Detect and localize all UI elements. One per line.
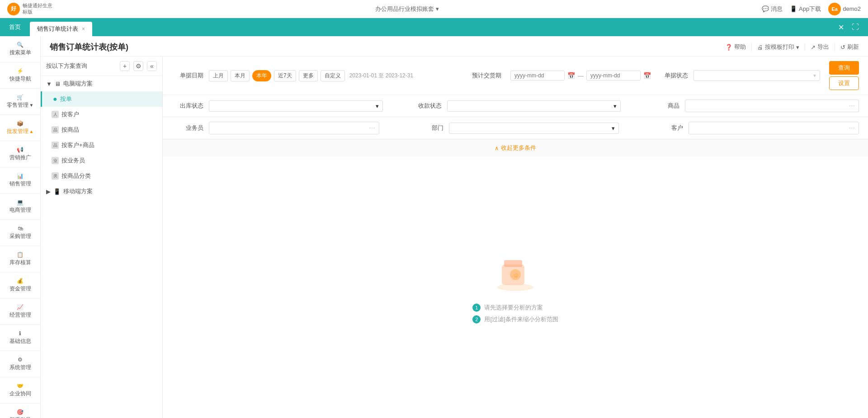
dept-select[interactable]: ▾	[449, 123, 619, 134]
date-buttons-group: 上月 本月 本年 近7天 更多 自定义 2023-01-01 至 2023-12…	[209, 70, 460, 81]
scheme-item-by-customer-goods[interactable]: 品 按客户+商品	[41, 138, 162, 153]
scheme-item-by-category[interactable]: 类 按商品分类	[41, 168, 162, 184]
finance-icon: 💰	[17, 278, 24, 284]
expected-date-start[interactable]	[510, 71, 565, 81]
collapse-bar[interactable]: ∧ 收起更多条件	[163, 139, 868, 157]
sidebar-item-system[interactable]: ⚙ 系统管理	[0, 351, 40, 377]
tab-active[interactable]: 销售订单统计表 ×	[30, 22, 92, 36]
sidebar-item-marketing[interactable]: 📢 营销推广	[0, 141, 40, 167]
calendar-end-icon[interactable]: 📅	[643, 72, 651, 79]
sidebar-item-wholesale[interactable]: 📦 批发管理 ▲	[0, 115, 40, 141]
salesperson-scheme-icon: 业	[52, 157, 59, 164]
scheme-item-by-salesperson[interactable]: 业 按业务员	[41, 153, 162, 168]
wholesale-arrow-icon: ▲	[29, 129, 34, 134]
hint-num-2: 2	[472, 315, 481, 323]
export-btn[interactable]: ↗ 导出	[811, 43, 829, 51]
scheme-panel: 按以下方案查询 + ⚙ « ▼ 🖥 电脑端方案 ● 按单	[41, 57, 163, 418]
pc-scheme-section: ▼ 🖥 电脑端方案 ● 按单 人 按客户 品 按商品	[41, 76, 162, 184]
sidebar-item-quicknav[interactable]: ⚡ 快捷导航	[0, 62, 40, 89]
sidebar-item-purchase[interactable]: 🛍 采购管理	[0, 220, 40, 246]
sidebar-item-guide[interactable]: 🎯 新手引导	[0, 404, 40, 418]
sidebar-item-operations[interactable]: 📈 经营管理	[0, 299, 40, 325]
sidebar-item-ecommerce[interactable]: 💻 电商管理	[0, 194, 40, 220]
app-download-btn[interactable]: 📱 App下载	[790, 5, 821, 13]
customer-input[interactable]: ···	[689, 122, 859, 134]
message-icon: 💬	[762, 5, 769, 12]
mobile-arrow-icon: ▶	[46, 188, 51, 195]
sidebar-item-collaboration[interactable]: 🤝 企业协同	[0, 377, 40, 404]
page-actions: ❓ 帮助 🖨 按模板打印 ▾ ↗ 导出 ↺ 刷新	[725, 43, 859, 51]
date-btn-more[interactable]: 更多	[299, 70, 318, 81]
order-status-select[interactable]: ▾	[693, 70, 820, 81]
date-btn-this-year[interactable]: 本年	[252, 70, 271, 81]
search-btn[interactable]: 查询	[829, 61, 859, 75]
delivery-status-select[interactable]: ▾	[209, 100, 383, 112]
date-separator: —	[578, 72, 584, 79]
tab-close-icon[interactable]: ×	[82, 26, 85, 32]
tabbar: 首页 销售订单统计表 × ✕ ⛶	[0, 18, 868, 36]
guide-icon: 🎯	[17, 409, 24, 415]
date-btn-custom[interactable]: 自定义	[321, 70, 345, 81]
scheme-setting-btn[interactable]: ⚙	[133, 61, 143, 71]
close-window-btn[interactable]: ✕	[835, 22, 846, 33]
sidebar-item-finance[interactable]: 💰 资金管理	[0, 272, 40, 299]
receipt-status-label: 收款状态	[410, 102, 442, 110]
message-btn[interactable]: 💬 消息	[762, 5, 783, 13]
scheme-add-btn[interactable]: +	[120, 61, 130, 71]
expected-date-label: 预计交货期	[465, 71, 501, 80]
salesperson-dots[interactable]: ···	[369, 124, 375, 132]
maximize-btn[interactable]: ⛶	[850, 22, 861, 33]
sidebar-item-sales[interactable]: 📊 销售管理	[0, 167, 40, 194]
setting-btn[interactable]: 设置	[829, 76, 859, 90]
scheme-item-by-order[interactable]: ● 按单	[41, 91, 162, 107]
user-area[interactable]: Ea demo2	[828, 3, 861, 15]
sidebar-item-inventory[interactable]: 📋 库存核算	[0, 246, 40, 272]
help-btn[interactable]: ❓ 帮助	[725, 43, 746, 51]
active-item-icon: ●	[53, 95, 57, 103]
expected-date-end[interactable]	[586, 71, 641, 81]
pc-section-header[interactable]: ▼ 🖥 电脑端方案	[41, 76, 162, 91]
goods-dots[interactable]: ···	[849, 102, 855, 110]
dropdown-icon: ▾	[436, 5, 439, 12]
goods-filter-label: 商品	[648, 102, 679, 110]
topbar-left: 好 畅捷通好生意 标版	[7, 3, 52, 15]
dept-label: 部门	[412, 124, 443, 132]
scheme-title: 按以下方案查询	[46, 62, 87, 70]
salesperson-input[interactable]: ···	[209, 122, 379, 134]
sales-icon: 📊	[17, 173, 24, 179]
customer-dots[interactable]: ···	[849, 124, 855, 132]
date-btn-7days[interactable]: 近7天	[274, 70, 296, 81]
topbar-right: 💬 消息 📱 App下载 Ea demo2	[762, 3, 861, 15]
tab-home[interactable]: 首页	[0, 18, 30, 36]
divider	[751, 43, 752, 51]
scheme-item-by-customer[interactable]: 人 按客户	[41, 107, 162, 122]
template-print-btn[interactable]: 🖨 按模板打印 ▾	[757, 43, 799, 51]
scheme-header-actions: + ⚙ «	[120, 61, 157, 71]
mobile-section-header[interactable]: ▶ 📱 移动端方案	[46, 187, 157, 195]
sidebar: 🔍 搜索菜单 ⚡ 快捷导航 🛒 零售管理 ▼ 📦 批发管理 ▲ 📢 营销推广	[0, 36, 41, 418]
page-selector[interactable]: 办公用品行业模拟账套 ▾	[375, 5, 439, 13]
receipt-status-item: 收款状态 ▾	[410, 100, 621, 112]
refresh-btn[interactable]: ↺ 刷新	[840, 43, 859, 51]
export-icon: ↗	[811, 44, 816, 51]
goods-input[interactable]: ···	[685, 100, 859, 112]
divider2	[805, 43, 805, 51]
dept-item: 部门 ▾	[412, 123, 619, 134]
date-btn-this-month[interactable]: 本月	[231, 70, 250, 81]
logo-text: 畅捷通好生意 标版	[23, 3, 52, 14]
salesperson-item: 业务员 ···	[172, 122, 379, 134]
operations-icon: 📈	[17, 304, 24, 310]
receipt-status-select[interactable]: ▾	[447, 100, 621, 112]
calendar-start-icon[interactable]: 📅	[567, 72, 575, 79]
scheme-item-by-goods[interactable]: 品 按商品	[41, 122, 162, 138]
category-scheme-icon: 类	[52, 172, 59, 180]
basicinfo-icon: ℹ	[19, 330, 21, 337]
sidebar-item-search[interactable]: 🔍 搜索菜单	[0, 36, 40, 62]
date-btn-last-month[interactable]: 上月	[209, 70, 228, 81]
logo-area: 好 畅捷通好生意 标版	[7, 3, 52, 15]
sidebar-item-basicinfo[interactable]: ℹ 基础信息	[0, 325, 40, 351]
salesperson-label: 业务员	[172, 124, 203, 132]
order-status-arrow-icon: ▾	[813, 72, 816, 79]
sidebar-item-retail[interactable]: 🛒 零售管理 ▼	[0, 89, 40, 115]
scheme-collapse-btn[interactable]: «	[147, 61, 157, 71]
